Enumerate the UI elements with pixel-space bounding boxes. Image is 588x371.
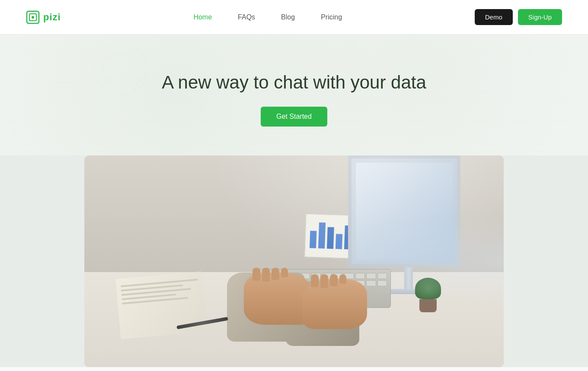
nav-item-faqs[interactable]: FAQs: [238, 13, 255, 21]
logo-link[interactable]: pizi: [26, 10, 61, 24]
hero-section: A new way to chat with your data Get Sta…: [0, 35, 588, 155]
plant-leaves: [415, 278, 441, 299]
svg-point-9: [445, 39, 489, 82]
hero-bg-decoration: [0, 35, 588, 155]
key: [366, 280, 376, 286]
plant: [415, 278, 441, 308]
chart-bar-2: [318, 222, 326, 248]
fingers-left: [252, 268, 288, 282]
nav-link-faqs[interactable]: FAQs: [238, 13, 255, 21]
svg-rect-6: [56, 82, 74, 84]
key: [355, 273, 365, 279]
hero-image: [84, 155, 504, 367]
nav-link-home[interactable]: Home: [193, 13, 212, 21]
nav-link-pricing[interactable]: Pricing: [321, 13, 342, 21]
monitor-screen: [348, 155, 460, 267]
finger: [252, 268, 260, 281]
chart-bar-4: [335, 234, 342, 250]
logo-icon: [26, 10, 40, 24]
finger: [330, 274, 338, 286]
nav-link-blog[interactable]: Blog: [281, 13, 295, 21]
navbar: pizi Home FAQs Blog Pricing Demo Sign-Up: [0, 0, 588, 35]
demo-button[interactable]: Demo: [475, 9, 513, 25]
monitor-stand: [404, 267, 413, 289]
svg-point-3: [95, 43, 147, 95]
finger: [320, 274, 328, 288]
svg-rect-8: [56, 91, 71, 93]
key: [377, 280, 387, 286]
get-started-button[interactable]: Get Started: [261, 107, 327, 127]
svg-rect-7: [56, 86, 69, 89]
finger: [311, 274, 319, 287]
nav-item-home[interactable]: Home: [193, 13, 212, 21]
nav-item-pricing[interactable]: Pricing: [321, 13, 342, 21]
key: [377, 273, 387, 279]
nav-item-blog[interactable]: Blog: [281, 13, 295, 21]
svg-point-10: [177, 91, 203, 117]
finger: [262, 268, 270, 282]
notebook-line: [120, 279, 198, 287]
navbar-nav: Home FAQs Blog Pricing: [193, 13, 342, 21]
notebook: [115, 271, 207, 339]
hero-image-wrapper: [0, 155, 588, 367]
logo-text: pizi: [43, 12, 61, 23]
hero-title: A new way to chat with your data: [162, 72, 426, 93]
desk-scene: [84, 155, 504, 367]
chart-bar-3: [326, 227, 334, 249]
signup-button[interactable]: Sign-Up: [518, 9, 562, 25]
svg-point-2: [32, 16, 34, 19]
fingers-right: [311, 274, 346, 288]
svg-point-4: [104, 52, 138, 86]
svg-rect-5: [52, 78, 78, 99]
chart-bar-1: [310, 231, 316, 248]
finger: [272, 268, 279, 280]
plant-pot: [419, 299, 437, 312]
key: [366, 273, 376, 279]
navbar-actions: Demo Sign-Up: [475, 9, 562, 25]
hand-right: [302, 279, 367, 329]
finger: [339, 274, 346, 284]
finger: [281, 268, 288, 277]
